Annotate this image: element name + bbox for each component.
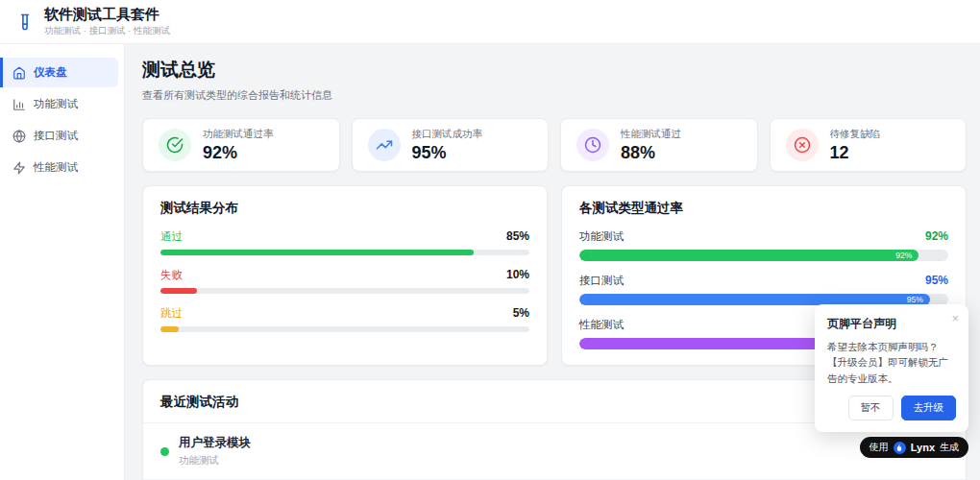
bar-row-skip: 跳过 5% xyxy=(160,306,529,332)
stat-label: 性能测试通过 xyxy=(621,128,681,141)
bar-value: 5% xyxy=(513,306,529,320)
bar-label: 失败 xyxy=(160,268,183,282)
x-circle-icon xyxy=(786,129,819,161)
stat-card-performance-pass: 性能测试通过 88% xyxy=(560,118,758,172)
stat-cards-row: 功能测试通过率 92% 接口测试成功率 95% xyxy=(142,118,967,172)
activity-type: 功能测试 xyxy=(179,454,251,468)
sidebar-item-dashboard[interactable]: 仪表盘 xyxy=(0,58,118,87)
sidebar-item-label: 功能测试 xyxy=(34,97,78,111)
page-title: 测试总览 xyxy=(142,58,967,83)
dismiss-button[interactable]: 暂不 xyxy=(848,396,894,420)
bar-chart-icon xyxy=(12,98,26,111)
bar-label: 接口测试 xyxy=(579,274,624,288)
close-icon[interactable]: × xyxy=(951,312,959,324)
stat-value: 95% xyxy=(412,143,483,163)
stat-card-functional-pass-rate: 功能测试通过率 92% xyxy=(142,118,340,172)
bar-value: 85% xyxy=(506,229,529,243)
bar-value: 92% xyxy=(925,229,948,243)
upgrade-button[interactable]: 去升级 xyxy=(901,396,957,420)
stat-value: 92% xyxy=(203,143,274,163)
stat-card-api-success-rate: 接口测试成功率 95% xyxy=(352,118,550,172)
progress-inner-label: 95% xyxy=(907,296,930,304)
badge-prefix: 使用 xyxy=(870,441,889,454)
test-tube-logo-icon xyxy=(15,12,35,33)
bar-row-fail: 失败 10% xyxy=(160,268,529,294)
page-subtitle: 查看所有测试类型的综合报告和统计信息 xyxy=(142,88,967,103)
panel-title: 测试结果分布 xyxy=(160,200,529,217)
sidebar-item-label: 接口测试 xyxy=(34,129,78,143)
home-icon xyxy=(12,66,26,80)
stat-label: 待修复缺陷 xyxy=(830,128,881,141)
sidebar-item-functional-test[interactable]: 功能测试 xyxy=(0,89,118,119)
app-title-block: 软件测试工具套件 功能测试 · 接口测试 · 性能测试 xyxy=(44,6,170,37)
progress-track: 95% xyxy=(579,294,948,305)
stat-card-defects-to-fix: 待修复缺陷 12 xyxy=(770,118,968,172)
activity-name: 用户登录模块 xyxy=(179,435,251,451)
globe-icon xyxy=(12,130,26,143)
bar-label: 功能测试 xyxy=(579,229,624,244)
stat-value: 12 xyxy=(830,143,881,163)
footer-statement-popup: × 页脚平台声明 希望去除本页脚声明吗？【升级会员】即可解锁无广告的专业版本。 … xyxy=(815,304,968,432)
lynx-generated-badge[interactable]: 使用 Lynx 生成 xyxy=(860,437,968,458)
app-subtitle: 功能测试 · 接口测试 · 性能测试 xyxy=(44,25,170,37)
progress-fill: 92% xyxy=(579,250,919,261)
bar-label: 跳过 xyxy=(160,306,183,321)
sidebar-item-label: 仪表盘 xyxy=(34,65,67,80)
stat-value: 88% xyxy=(621,143,681,163)
lynx-flame-icon xyxy=(894,442,906,454)
trending-up-icon xyxy=(368,129,401,161)
bar-value: 10% xyxy=(506,268,529,281)
status-dot-icon xyxy=(160,447,169,456)
stat-label: 接口测试成功率 xyxy=(412,128,483,141)
badge-suffix: 生成 xyxy=(940,441,959,454)
badge-brand: Lynx xyxy=(911,442,935,453)
progress-track xyxy=(160,326,529,332)
bar-label: 通过 xyxy=(160,229,183,244)
progress-track xyxy=(160,288,529,294)
progress-track xyxy=(160,250,529,255)
sidebar: 仪表盘 功能测试 接口测试 性能测试 xyxy=(0,44,125,480)
bar-value: 95% xyxy=(925,274,948,287)
popup-body: 希望去除本页脚声明吗？【升级会员】即可解锁无广告的专业版本。 xyxy=(827,339,956,386)
bar-row-api: 接口测试 95% 95% xyxy=(579,274,948,305)
clock-icon xyxy=(576,129,609,161)
progress-fill xyxy=(160,288,197,294)
app-title: 软件测试工具套件 xyxy=(44,6,170,23)
sidebar-item-performance-test[interactable]: 性能测试 xyxy=(0,153,118,182)
progress-track: 92% xyxy=(579,250,948,261)
panel-test-result-distribution: 测试结果分布 通过 85% 失败 10% xyxy=(142,185,548,366)
app-header: 软件测试工具套件 功能测试 · 接口测试 · 性能测试 xyxy=(0,0,980,44)
popup-title: 页脚平台声明 xyxy=(827,316,956,332)
sidebar-item-label: 性能测试 xyxy=(34,160,78,175)
progress-fill: 95% xyxy=(579,294,930,305)
sidebar-item-api-test[interactable]: 接口测试 xyxy=(0,121,118,151)
bar-row-pass: 通过 85% xyxy=(160,229,529,255)
panel-title: 各测试类型通过率 xyxy=(579,200,948,217)
progress-fill xyxy=(160,250,474,255)
bar-row-functional: 功能测试 92% 92% xyxy=(579,229,948,261)
progress-fill xyxy=(160,326,179,332)
progress-inner-label: 92% xyxy=(895,252,919,260)
stat-label: 功能测试通过率 xyxy=(203,128,274,141)
zap-icon xyxy=(12,161,26,175)
bar-label: 性能测试 xyxy=(579,318,624,332)
check-circle-icon xyxy=(159,129,191,161)
